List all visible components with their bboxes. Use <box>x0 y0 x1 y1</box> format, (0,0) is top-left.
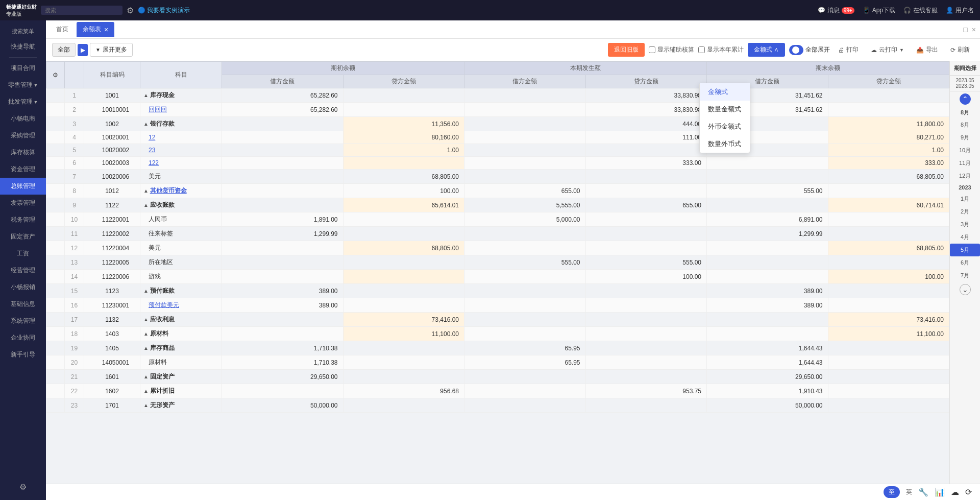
row-settings[interactable] <box>46 170 65 184</box>
row-settings[interactable] <box>46 227 65 241</box>
sidebar-item-tax[interactable]: 税务管理 <box>0 211 46 228</box>
scroll-up-button[interactable]: ⌃ <box>960 93 971 105</box>
restore-icon[interactable]: □ <box>963 26 967 34</box>
row-settings[interactable] <box>46 212 65 227</box>
sidebar-item-capital[interactable]: 资金管理 <box>0 161 46 178</box>
row-settings[interactable] <box>46 117 65 131</box>
sidebar-item-system[interactable]: 系统管理 <box>0 313 46 329</box>
show-year-total-check[interactable]: 显示本年累计 <box>698 45 744 54</box>
lang-toggle[interactable]: 英 <box>906 488 912 496</box>
show-assist-checkbox[interactable] <box>649 46 655 53</box>
view-mode-button[interactable]: 金额式 ∧ <box>748 43 785 57</box>
dropdown-item-amount[interactable]: 金额式 <box>700 83 750 101</box>
dropdown-item-qty-foreign[interactable]: 数量外币式 <box>700 135 750 153</box>
row-name[interactable]: 122 <box>140 157 222 170</box>
window-close-icon[interactable]: × <box>972 26 976 34</box>
print-button[interactable]: 🖨 打印 <box>834 43 863 56</box>
expand-more-button[interactable]: ▼ 展开更多 <box>90 43 133 57</box>
th-settings[interactable]: ⚙ <box>46 62 65 88</box>
row-settings[interactable] <box>46 327 65 341</box>
cloud-icon[interactable]: ☁ <box>951 487 959 497</box>
sidebar-gear-icon[interactable]: ⚙ <box>0 482 46 492</box>
sidebar-item-retail[interactable]: 零售管理 ▼ <box>0 77 46 93</box>
sidebar-item-expense[interactable]: 小畅报销 <box>0 279 46 296</box>
month-5[interactable]: 5月 <box>950 244 980 256</box>
row-settings[interactable] <box>46 384 65 398</box>
row-name[interactable]: 回回回 <box>140 103 222 117</box>
month-7[interactable]: 7月 <box>950 269 980 282</box>
toggle-switch[interactable] <box>789 45 803 55</box>
sidebar-item-guide[interactable]: 新手引导 <box>0 346 46 363</box>
sidebar-item-fixed-assets[interactable]: 固定资产 <box>0 228 46 245</box>
table-container[interactable]: ⚙ 科目编码 科目 期初余额 本期发生额 期末余额 借方金额 贷方金额 借方金额 <box>46 61 949 484</box>
sidebar-item-payroll[interactable]: 工资 <box>0 245 46 262</box>
month-4[interactable]: 4月 <box>950 231 980 244</box>
month-1[interactable]: 1月 <box>950 193 980 205</box>
row-settings[interactable] <box>46 88 65 103</box>
export-button[interactable]: 📤 导出 <box>912 43 942 56</box>
tab-home[interactable]: 首页 <box>50 22 75 37</box>
refresh-button[interactable]: ⟳ 刷新 <box>946 43 974 56</box>
row-name[interactable]: 23 <box>140 144 222 157</box>
tab-balance[interactable]: 余额表 × <box>77 22 114 37</box>
month-6[interactable]: 6月 <box>950 256 980 269</box>
tab-close-icon[interactable]: × <box>104 26 108 34</box>
sidebar-item-ecommerce[interactable]: 小畅电商 <box>0 110 46 127</box>
month-2[interactable]: 2月 <box>950 205 980 218</box>
row-settings[interactable] <box>46 144 65 157</box>
sidebar-item-management[interactable]: 经营管理 <box>0 262 46 279</box>
tools-icon[interactable]: 🔧 <box>918 487 928 497</box>
nav-forward-button[interactable]: ▶ <box>78 44 88 56</box>
online-service-button[interactable]: 🎧 在线客服 <box>903 6 938 15</box>
month-12[interactable]: 12月 <box>950 170 980 182</box>
sidebar-item-quick-nav[interactable]: 快捷导航 <box>0 38 46 55</box>
chart-icon[interactable]: 📊 <box>935 487 945 497</box>
app-download-button[interactable]: 📱 App下载 <box>863 6 895 15</box>
month-3[interactable]: 3月 <box>950 218 980 231</box>
row-name[interactable]: 预付款美元 <box>140 298 222 313</box>
row-settings[interactable] <box>46 131 65 144</box>
sidebar-item-inventory[interactable]: 库存核算 <box>0 144 46 161</box>
sync-icon[interactable]: ⟳ <box>965 487 972 497</box>
show-year-total-checkbox[interactable] <box>698 46 705 53</box>
row-settings[interactable] <box>46 241 65 255</box>
sidebar-item-corp[interactable]: 企业协同 <box>0 329 46 346</box>
currency-button[interactable]: 至 <box>884 486 900 498</box>
month-11[interactable]: 11月 <box>950 157 980 170</box>
sidebar-item-project[interactable]: 项目合同 <box>0 60 46 77</box>
row-settings[interactable] <box>46 198 65 212</box>
row-settings[interactable] <box>46 103 65 117</box>
dropdown-item-foreign-amount[interactable]: 外币金额式 <box>700 118 750 135</box>
dropdown-item-qty-amount[interactable]: 数量金额式 <box>700 101 750 118</box>
sidebar-item-wholesale[interactable]: 批发管理 ▼ <box>0 93 46 110</box>
row-name[interactable]: 12 <box>140 131 222 144</box>
row-settings[interactable] <box>46 370 65 384</box>
scroll-down-button[interactable]: ⌄ <box>960 284 971 295</box>
row-settings[interactable] <box>46 284 65 298</box>
month-10[interactable]: 10月 <box>950 144 980 157</box>
row-settings[interactable] <box>46 341 65 355</box>
cloud-print-button[interactable]: ☁ 云打印 ▼ <box>867 43 908 56</box>
row-settings[interactable] <box>46 255 65 270</box>
sidebar-search-label[interactable]: 搜索菜单 <box>0 25 46 38</box>
back-old-version-button[interactable]: 退回旧版 <box>608 43 645 57</box>
row-settings[interactable] <box>46 355 65 370</box>
settings-icon[interactable]: ⚙ <box>127 6 134 15</box>
sidebar-item-ledger[interactable]: 总账管理 <box>0 178 46 195</box>
row-name[interactable]: ▲ 其他货币资金 <box>140 184 222 198</box>
top-search-input[interactable] <box>41 6 122 15</box>
row-settings[interactable] <box>46 398 65 413</box>
sidebar-item-basic-info[interactable]: 基础信息 <box>0 296 46 313</box>
user-button[interactable]: 👤 用户名 <box>946 6 974 15</box>
month-8[interactable]: 8月 <box>950 118 980 131</box>
row-settings[interactable] <box>46 298 65 313</box>
row-settings[interactable] <box>46 157 65 170</box>
row-settings[interactable] <box>46 313 65 327</box>
row-settings[interactable] <box>46 184 65 198</box>
show-assist-check[interactable]: 显示辅助核算 <box>649 45 694 54</box>
sidebar-item-invoice[interactable]: 发票管理 <box>0 195 46 211</box>
sidebar-item-purchase[interactable]: 采购管理 <box>0 127 46 144</box>
message-button[interactable]: 💬 消息 99+ <box>818 6 854 15</box>
row-settings[interactable] <box>46 270 65 284</box>
all-filter-button[interactable]: 全部 <box>52 43 76 57</box>
